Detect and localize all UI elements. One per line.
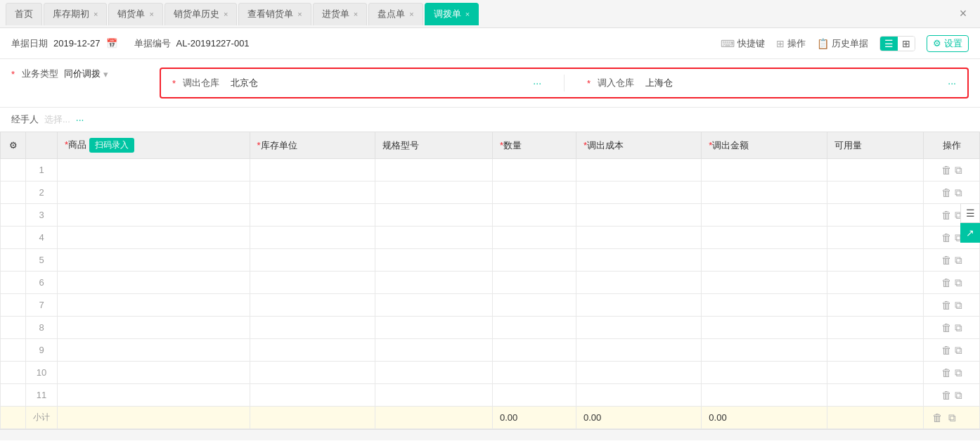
handler-select[interactable]: 选择... bbox=[44, 113, 70, 126]
row-11-goods-cell[interactable] bbox=[58, 384, 250, 407]
subtotal-delete-icon[interactable]: 🗑 bbox=[932, 412, 943, 423]
row-5-delete-icon[interactable]: 🗑 bbox=[941, 254, 952, 266]
row-5-cost-cell[interactable] bbox=[576, 249, 701, 272]
horizontal-scrollbar[interactable] bbox=[0, 429, 980, 440]
row-9-copy-icon[interactable]: ⧉ bbox=[955, 344, 962, 356]
window-close-button[interactable]: × bbox=[952, 3, 974, 25]
row-6-goods-cell[interactable] bbox=[58, 272, 250, 294]
row-1-copy-icon[interactable]: ⧉ bbox=[955, 164, 962, 176]
row-5-goods-cell[interactable] bbox=[58, 249, 250, 272]
row-10-delete-icon[interactable]: 🗑 bbox=[941, 367, 952, 378]
row-7-delete-icon[interactable]: 🗑 bbox=[941, 299, 952, 311]
row-1-qty-cell[interactable] bbox=[492, 159, 576, 181]
row-1-spec-cell[interactable] bbox=[375, 159, 493, 181]
th-settings[interactable]: ⚙ bbox=[1, 132, 26, 159]
row-10-amount-cell[interactable] bbox=[702, 362, 827, 384]
tab-transfer-close[interactable]: × bbox=[465, 11, 470, 18]
row-6-spec-cell[interactable] bbox=[375, 272, 493, 294]
settings-button[interactable]: ⚙ 设置 bbox=[927, 35, 969, 52]
tab-home[interactable]: 首页 bbox=[6, 3, 42, 25]
row-5-amount-cell[interactable] bbox=[702, 249, 827, 272]
row-8-amount-cell[interactable] bbox=[702, 317, 827, 339]
row-6-delete-icon[interactable]: 🗑 bbox=[941, 276, 952, 288]
row-4-spec-cell[interactable] bbox=[375, 227, 493, 249]
row-4-goods-cell[interactable] bbox=[58, 227, 250, 249]
row-11-unit-cell[interactable] bbox=[250, 384, 375, 407]
scan-entry-button[interactable]: 扫码录入 bbox=[89, 138, 134, 153]
tab-stocktake-close[interactable]: × bbox=[409, 11, 413, 18]
row-9-unit-cell[interactable] bbox=[250, 339, 375, 362]
row-3-qty-cell[interactable] bbox=[492, 204, 576, 227]
tab-inventory-init[interactable]: 库存期初 × bbox=[44, 3, 107, 25]
row-9-amount-cell[interactable] bbox=[702, 339, 827, 362]
tab-purchase[interactable]: 进货单 × bbox=[313, 3, 367, 25]
row-4-qty-cell[interactable] bbox=[492, 227, 576, 249]
history-button[interactable]: 📋 历史单据 bbox=[817, 37, 868, 50]
row-1-unit-cell[interactable] bbox=[250, 159, 375, 181]
row-6-qty-cell[interactable] bbox=[492, 272, 576, 294]
tab-view-sales[interactable]: 查看销货单 × bbox=[238, 3, 311, 25]
row-3-unit-cell[interactable] bbox=[250, 204, 375, 227]
subtotal-copy-icon[interactable]: ⧉ bbox=[948, 412, 956, 423]
row-1-goods-cell[interactable] bbox=[58, 159, 250, 181]
row-2-spec-cell[interactable] bbox=[375, 181, 493, 204]
tab-transfer[interactable]: 调拨单 × bbox=[425, 3, 479, 25]
row-10-spec-cell[interactable] bbox=[375, 362, 493, 384]
row-6-cost-cell[interactable] bbox=[576, 272, 701, 294]
row-9-qty-cell[interactable] bbox=[492, 339, 576, 362]
row-2-goods-cell[interactable] bbox=[58, 181, 250, 204]
row-8-cost-cell[interactable] bbox=[576, 317, 701, 339]
ops-button[interactable]: ⊞ 操作 bbox=[776, 37, 806, 50]
row-8-qty-cell[interactable] bbox=[492, 317, 576, 339]
row-8-unit-cell[interactable] bbox=[250, 317, 375, 339]
row-1-amount-cell[interactable] bbox=[702, 159, 827, 181]
row-10-unit-cell[interactable] bbox=[250, 362, 375, 384]
row-7-amount-cell[interactable] bbox=[702, 294, 827, 317]
row-7-copy-icon[interactable]: ⧉ bbox=[955, 299, 962, 311]
row-5-qty-cell[interactable] bbox=[492, 249, 576, 272]
row-6-amount-cell[interactable] bbox=[702, 272, 827, 294]
row-5-copy-icon[interactable]: ⧉ bbox=[955, 254, 962, 266]
shortcut-button[interactable]: ⌨ 快捷键 bbox=[721, 37, 765, 50]
row-4-unit-cell[interactable] bbox=[250, 227, 375, 249]
row-5-spec-cell[interactable] bbox=[375, 249, 493, 272]
grid-view-button[interactable]: ⊞ bbox=[898, 37, 915, 51]
row-8-spec-cell[interactable] bbox=[375, 317, 493, 339]
row-2-cost-cell[interactable] bbox=[576, 181, 701, 204]
row-11-amount-cell[interactable] bbox=[702, 384, 827, 407]
list-view-button[interactable]: ☰ bbox=[880, 37, 898, 51]
row-6-unit-cell[interactable] bbox=[250, 272, 375, 294]
row-2-delete-icon[interactable]: 🗑 bbox=[941, 186, 952, 198]
row-4-amount-cell[interactable] bbox=[702, 227, 827, 249]
row-11-copy-icon[interactable]: ⧉ bbox=[955, 389, 962, 401]
row-9-delete-icon[interactable]: 🗑 bbox=[941, 344, 952, 356]
row-6-copy-icon[interactable]: ⧉ bbox=[955, 276, 962, 288]
row-4-cost-cell[interactable] bbox=[576, 227, 701, 249]
row-2-qty-cell[interactable] bbox=[492, 181, 576, 204]
row-11-qty-cell[interactable] bbox=[492, 384, 576, 407]
tab-sales-order[interactable]: 销货单 × bbox=[108, 3, 162, 25]
out-warehouse-more-icon[interactable]: ··· bbox=[533, 77, 541, 89]
row-1-delete-icon[interactable]: 🗑 bbox=[941, 164, 952, 176]
row-10-goods-cell[interactable] bbox=[58, 362, 250, 384]
float-list-button[interactable]: ☰ bbox=[960, 203, 980, 223]
row-7-qty-cell[interactable] bbox=[492, 294, 576, 317]
tab-purchase-close[interactable]: × bbox=[354, 11, 358, 18]
row-10-cost-cell[interactable] bbox=[576, 362, 701, 384]
in-warehouse-more-icon[interactable]: ··· bbox=[948, 77, 956, 89]
row-7-unit-cell[interactable] bbox=[250, 294, 375, 317]
row-11-delete-icon[interactable]: 🗑 bbox=[941, 389, 952, 401]
row-9-cost-cell[interactable] bbox=[576, 339, 701, 362]
row-9-spec-cell[interactable] bbox=[375, 339, 493, 362]
row-1-cost-cell[interactable] bbox=[576, 159, 701, 181]
row-11-cost-cell[interactable] bbox=[576, 384, 701, 407]
tab-stocktake[interactable]: 盘点单 × bbox=[368, 3, 423, 25]
row-8-copy-icon[interactable]: ⧉ bbox=[955, 321, 962, 333]
row-3-spec-cell[interactable] bbox=[375, 204, 493, 227]
row-11-spec-cell[interactable] bbox=[375, 384, 493, 407]
calendar-icon[interactable]: 📅 bbox=[106, 38, 117, 49]
row-4-delete-icon[interactable]: 🗑 bbox=[941, 231, 952, 243]
float-export-button[interactable]: ↗ bbox=[960, 223, 980, 243]
row-2-copy-icon[interactable]: ⧉ bbox=[955, 186, 962, 198]
tab-sales-history[interactable]: 销货单历史 × bbox=[165, 3, 237, 25]
